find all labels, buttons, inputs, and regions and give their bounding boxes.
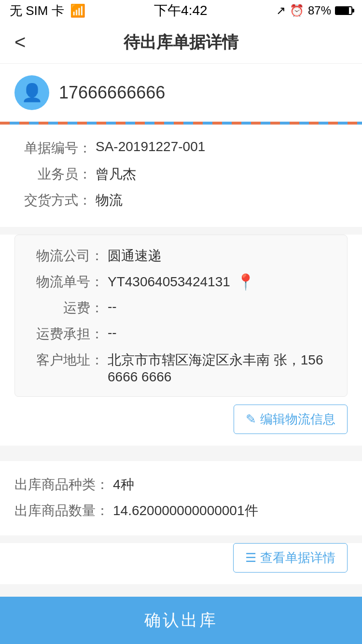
goods-type-label: 出库商品种类： (14, 476, 109, 494)
document-number-row: 单据编号： SA-20191227-001 (14, 139, 348, 157)
map-pin-icon[interactable]: 📍 (236, 273, 255, 291)
status-left: 无 SIM 卡 📶 (10, 2, 85, 19)
logistics-freight-bearer-label: 运费承担： (27, 325, 104, 343)
logistics-address-row: 客户地址： 北京市市辖区海淀区永丰南 张，156 6666 6666 (27, 351, 335, 385)
view-detail-icon: ☰ (245, 550, 256, 565)
status-time: 下午4:42 (154, 1, 208, 20)
user-section: 👤 17666666666 (0, 64, 362, 122)
status-bar: 无 SIM 卡 📶 下午4:42 ↗ ⏰ 87% (0, 0, 362, 21)
content-area: 👤 17666666666 单据编号： SA-20191227-001 业务员：… (0, 64, 362, 644)
edit-icon: ✎ (246, 412, 256, 427)
wifi-icon: 📶 (70, 3, 85, 18)
document-number-value: SA-20191227-001 (96, 139, 348, 154)
logistics-tracking-row: 物流单号： YT43064053424131 📍 (27, 273, 335, 291)
view-detail-label: 查看单据详情 (260, 549, 335, 566)
logistics-freight-row: 运费： -- (27, 299, 335, 317)
logistics-freight-label: 运费： (27, 299, 104, 317)
goods-section: 出库商品种类： 4种 出库商品数量： 14.620000000000001件 (0, 461, 362, 535)
avatar-icon: 👤 (21, 83, 43, 103)
logistics-freight-bearer-row: 运费承担： -- (27, 325, 335, 343)
carrier-text: 无 SIM 卡 (10, 2, 64, 19)
logistics-address-label: 客户地址： (27, 351, 104, 369)
edit-logistics-row: ✎ 编辑物流信息 (0, 405, 362, 446)
nav-bar: < 待出库单据详情 (0, 21, 362, 64)
delivery-method-label: 交货方式： (14, 191, 92, 210)
status-right: ↗ ⏰ 87% (276, 4, 352, 17)
logistics-tracking-value: YT43064053424131 📍 (108, 273, 335, 291)
edit-logistics-button[interactable]: ✎ 编辑物流信息 (234, 405, 348, 434)
logistics-company-label: 物流公司： (27, 247, 104, 265)
logistics-freight-bearer-value: -- (108, 325, 335, 340)
confirm-button[interactable]: 确认出库 (0, 597, 362, 644)
view-detail-button[interactable]: ☰ 查看单据详情 (233, 543, 348, 573)
logistics-freight-value: -- (108, 299, 335, 314)
delivery-method-value: 物流 (96, 191, 348, 210)
battery-icon (335, 6, 352, 15)
delivery-method-row: 交货方式： 物流 (14, 191, 348, 210)
edit-logistics-label: 编辑物流信息 (260, 411, 335, 428)
user-phone: 17666666666 (59, 83, 165, 103)
goods-type-value: 4种 (113, 476, 134, 494)
avatar: 👤 (14, 75, 49, 110)
salesman-label: 业务员： (14, 165, 92, 183)
goods-quantity-value: 14.620000000000001件 (113, 502, 258, 520)
basic-info-section: 单据编号： SA-20191227-001 业务员： 曾凡杰 交货方式： 物流 (0, 125, 362, 227)
back-button[interactable]: < (14, 31, 26, 53)
logistics-wrapper: 物流公司： 圆通速递 物流单号： YT43064053424131 📍 运费： … (0, 235, 362, 446)
confirm-label: 确认出库 (144, 609, 218, 631)
logistics-address-value: 北京市市辖区海淀区永丰南 张，156 6666 6666 (108, 351, 335, 385)
document-number-label: 单据编号： (14, 139, 92, 157)
separator-1 (0, 453, 362, 461)
location-icon: ↗ (276, 4, 286, 17)
alarm-icon: ⏰ (290, 4, 304, 17)
battery-text: 87% (308, 4, 331, 17)
salesman-row: 业务员： 曾凡杰 (14, 165, 348, 183)
goods-quantity-row: 出库商品数量： 14.620000000000001件 (14, 502, 348, 520)
view-detail-row: ☰ 查看单据详情 (0, 543, 362, 584)
logistics-company-value: 圆通速递 (108, 247, 335, 265)
logistics-tracking-label: 物流单号： (27, 273, 104, 291)
goods-type-row: 出库商品种类： 4种 (14, 476, 348, 494)
page-title: 待出库单据详情 (124, 31, 238, 54)
goods-quantity-label: 出库商品数量： (14, 502, 109, 520)
salesman-value: 曾凡杰 (96, 165, 348, 183)
logistics-card: 物流公司： 圆通速递 物流单号： YT43064053424131 📍 运费： … (14, 235, 348, 397)
logistics-company-row: 物流公司： 圆通速递 (27, 247, 335, 265)
